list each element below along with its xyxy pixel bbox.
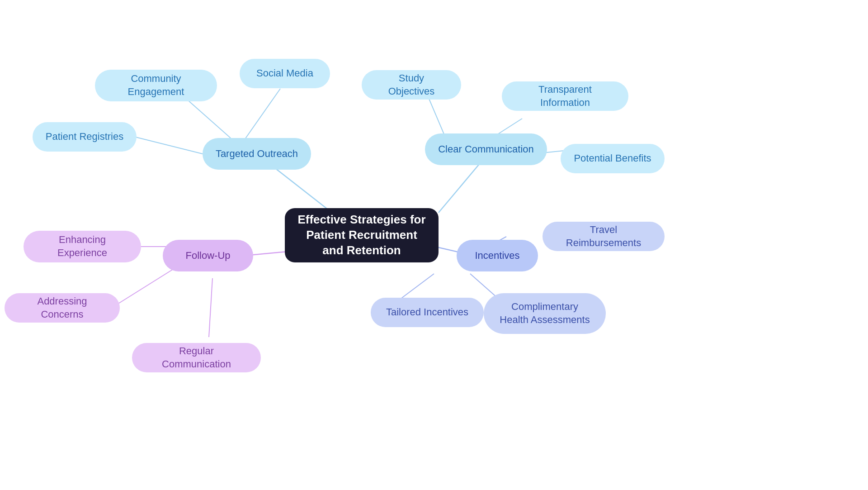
incentives-node: Incentives	[457, 240, 538, 271]
transparent-information-node: Transparent Information	[502, 81, 628, 111]
svg-line-3	[136, 137, 203, 154]
complimentary-health-label: Complimentary Health Assessments	[496, 300, 593, 326]
addressing-concerns-node: Addressing Concerns	[5, 293, 120, 323]
regular-communication-node: Regular Communication	[132, 343, 261, 372]
tailored-incentives-label: Tailored Incentives	[386, 306, 468, 319]
enhancing-experience-node: Enhancing Experience	[24, 231, 141, 262]
complimentary-health-node: Complimentary Health Assessments	[484, 293, 606, 334]
potential-benefits-label: Potential Benefits	[574, 152, 651, 165]
center-node: Effective Strategies for Patient Recruit…	[285, 208, 439, 262]
study-objectives-node: Study Objectives	[362, 70, 461, 100]
targeted-outreach-node: Targeted Outreach	[203, 138, 311, 170]
svg-line-11	[209, 278, 212, 337]
social-media-node: Social Media	[240, 59, 330, 88]
incentives-label: Incentives	[475, 249, 519, 262]
center-label: Effective Strategies for Patient Recruit…	[296, 212, 428, 258]
regular-communication-label: Regular Communication	[145, 345, 248, 371]
study-objectives-label: Study Objectives	[374, 72, 448, 98]
travel-reimbursements-node: Travel Reimbursements	[542, 222, 665, 251]
clear-communication-label: Clear Communication	[438, 143, 534, 156]
potential-benefits-node: Potential Benefits	[561, 144, 665, 173]
patient-registries-label: Patient Registries	[46, 130, 123, 143]
clear-communication-node: Clear Communication	[425, 133, 547, 165]
targeted-outreach-label: Targeted Outreach	[216, 147, 298, 161]
patient-registries-node: Patient Registries	[33, 122, 137, 152]
svg-line-14	[398, 274, 434, 301]
follow-up-label: Follow-Up	[185, 249, 230, 262]
svg-line-15	[470, 274, 497, 298]
community-engagement-label: Community Engagement	[108, 72, 204, 98]
social-media-label: Social Media	[256, 67, 313, 80]
enhancing-experience-label: Enhancing Experience	[36, 233, 128, 259]
follow-up-node: Follow-Up	[163, 240, 253, 271]
svg-line-2	[244, 89, 280, 140]
travel-reimbursements-label: Travel Reimbursements	[555, 224, 652, 249]
tailored-incentives-node: Tailored Incentives	[371, 298, 484, 327]
transparent-information-label: Transparent Information	[514, 83, 616, 109]
addressing-concerns-label: Addressing Concerns	[17, 295, 107, 321]
community-engagement-node: Community Engagement	[95, 70, 217, 101]
